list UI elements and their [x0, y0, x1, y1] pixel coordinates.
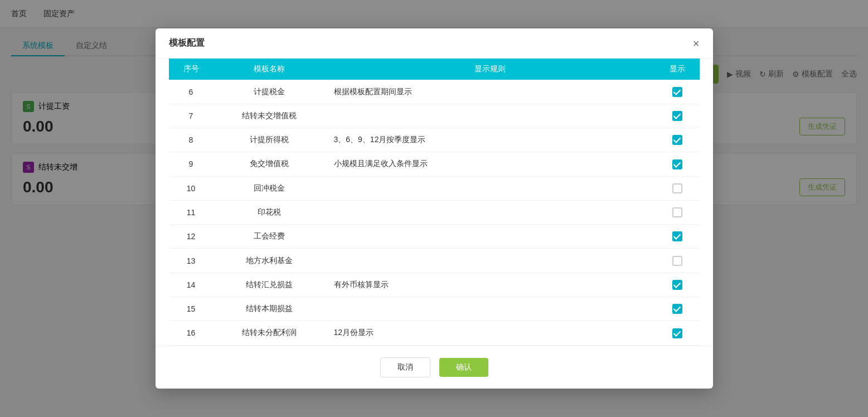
modal-body: 序号 模板名称 显示规则 显示 6计提税金根据模板配置期间显示7结转未交增值税8… — [156, 59, 713, 345]
cell-name: 工会经费 — [214, 225, 325, 249]
cell-name: 结转本期损益 — [214, 297, 325, 321]
modal-close-button[interactable]: × — [693, 38, 700, 49]
table-row: 8计提所得税3、6、9、12月按季度显示 — [169, 128, 700, 152]
cell-seq: 10 — [169, 176, 214, 200]
col-header-show: 显示 — [655, 59, 700, 80]
cell-seq: 15 — [169, 297, 214, 321]
checkbox-show[interactable] — [672, 256, 682, 266]
table-row: 13地方水利基金 — [169, 249, 700, 273]
cell-checkbox[interactable] — [655, 297, 700, 321]
col-header-rule: 显示规则 — [325, 59, 655, 80]
cell-seq: 14 — [169, 273, 214, 297]
cell-name: 印花税 — [214, 200, 325, 224]
modal-title: 模板配置 — [169, 37, 205, 49]
checkbox-show[interactable] — [672, 207, 682, 217]
checkbox-show[interactable] — [672, 135, 682, 145]
checkbox-show[interactable] — [672, 111, 682, 121]
checkbox-show[interactable] — [672, 87, 682, 97]
cell-checkbox[interactable] — [655, 200, 700, 224]
cell-name: 计提税金 — [214, 80, 325, 104]
cell-name: 免交增值税 — [214, 152, 325, 176]
table-scroll-area[interactable]: 序号 模板名称 显示规则 显示 6计提税金根据模板配置期间显示7结转未交增值税8… — [169, 59, 700, 345]
confirm-button[interactable]: 确认 — [439, 358, 488, 377]
checkbox-show[interactable] — [672, 231, 682, 241]
cell-rule — [325, 297, 655, 321]
cell-seq: 11 — [169, 200, 214, 224]
modal-overlay: 模板配置 × 序号 模板名称 显示规则 显示 6计提税金根据模板配置期间显示7结… — [0, 0, 868, 417]
config-table: 序号 模板名称 显示规则 显示 6计提税金根据模板配置期间显示7结转未交增值税8… — [169, 59, 700, 345]
checkbox-show[interactable] — [672, 159, 682, 169]
cell-rule: 小规模且满足收入条件显示 — [325, 152, 655, 176]
table-row: 15结转本期损益 — [169, 297, 700, 321]
cell-name: 结转未分配利润 — [214, 321, 325, 345]
cell-rule: 根据模板配置期间显示 — [325, 80, 655, 104]
cell-seq: 6 — [169, 80, 214, 104]
cell-seq: 8 — [169, 128, 214, 152]
cell-rule: 3、6、9、12月按季度显示 — [325, 128, 655, 152]
cell-rule: 有外币核算显示 — [325, 273, 655, 297]
checkbox-show[interactable] — [672, 328, 682, 338]
table-row: 6计提税金根据模板配置期间显示 — [169, 80, 700, 104]
cell-checkbox[interactable] — [655, 152, 700, 176]
cell-name: 结转未交增值税 — [214, 104, 325, 128]
checkbox-show[interactable] — [672, 183, 682, 193]
table-row: 14结转汇兑损益有外币核算显示 — [169, 273, 700, 297]
cell-checkbox[interactable] — [655, 80, 700, 104]
cell-seq: 13 — [169, 249, 214, 273]
table-row: 16结转未分配利润12月份显示 — [169, 321, 700, 345]
cell-rule — [325, 104, 655, 128]
cell-checkbox[interactable] — [655, 225, 700, 249]
table-header-row: 序号 模板名称 显示规则 显示 — [169, 59, 700, 80]
cell-checkbox[interactable] — [655, 176, 700, 200]
cell-checkbox[interactable] — [655, 273, 700, 297]
cell-seq: 16 — [169, 321, 214, 345]
cell-seq: 12 — [169, 225, 214, 249]
table-row: 12工会经费 — [169, 225, 700, 249]
cell-name: 地方水利基金 — [214, 249, 325, 273]
cell-checkbox[interactable] — [655, 249, 700, 273]
cancel-button[interactable]: 取消 — [380, 357, 430, 377]
cell-name: 回冲税金 — [214, 176, 325, 200]
cell-rule — [325, 249, 655, 273]
col-header-seq: 序号 — [169, 59, 214, 80]
cell-rule — [325, 225, 655, 249]
cell-checkbox[interactable] — [655, 128, 700, 152]
cell-rule — [325, 176, 655, 200]
checkbox-show[interactable] — [672, 304, 682, 314]
cell-checkbox[interactable] — [655, 321, 700, 345]
cell-checkbox[interactable] — [655, 104, 700, 128]
modal-footer: 取消 确认 — [156, 346, 713, 389]
table-body: 6计提税金根据模板配置期间显示7结转未交增值税8计提所得税3、6、9、12月按季… — [169, 80, 700, 345]
table-row: 10回冲税金 — [169, 176, 700, 200]
table-row: 9免交增值税小规模且满足收入条件显示 — [169, 152, 700, 176]
table-row: 11印花税 — [169, 200, 700, 224]
cell-seq: 7 — [169, 104, 214, 128]
modal-header: 模板配置 × — [156, 28, 713, 59]
cell-seq: 9 — [169, 152, 214, 176]
checkbox-show[interactable] — [672, 280, 682, 290]
cell-name: 结转汇兑损益 — [214, 273, 325, 297]
modal-template-config: 模板配置 × 序号 模板名称 显示规则 显示 6计提税金根据模板配置期间显示7结… — [156, 28, 713, 388]
cell-rule — [325, 200, 655, 224]
cell-name: 计提所得税 — [214, 128, 325, 152]
cell-rule: 12月份显示 — [325, 321, 655, 345]
col-header-name: 模板名称 — [214, 59, 325, 80]
table-row: 7结转未交增值税 — [169, 104, 700, 128]
